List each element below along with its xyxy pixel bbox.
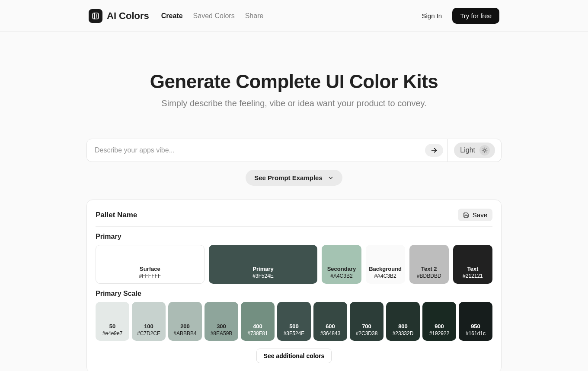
header-right: Sign In Try for free (422, 8, 500, 24)
swatch-name: Secondary (327, 266, 356, 272)
prompt-examples-wrap: See Prompt Examples (86, 170, 502, 186)
scale-swatch[interactable]: 900#192922 (422, 302, 456, 341)
scale-hex: #192922 (429, 330, 450, 336)
scale-hex: #3F524E (284, 330, 305, 336)
theme-toggle[interactable]: Light (454, 143, 495, 158)
scale-number: 200 (180, 323, 190, 330)
prompt-examples-label: See Prompt Examples (254, 174, 323, 181)
save-icon (463, 212, 469, 218)
save-button[interactable]: Save (458, 209, 492, 221)
main-nav: Create Saved Colors Share (161, 12, 264, 20)
page-subtitle: Simply describe the feeling, vibe or ide… (86, 98, 502, 108)
additional-colors-wrap: See additional colors (96, 349, 492, 363)
brand-logo[interactable]: AI Colors (89, 9, 149, 23)
scale-swatch[interactable]: 800#23332D (386, 302, 420, 341)
scale-swatch[interactable]: 400#738F81 (241, 302, 275, 341)
swatch-name: Background (369, 266, 402, 272)
submit-prompt-button[interactable] (425, 144, 443, 157)
scale-number: 50 (109, 323, 115, 330)
role-swatch[interactable]: Secondary#A4C3B2 (322, 245, 361, 284)
role-swatch[interactable]: Text#212121 (453, 245, 492, 284)
scale-hex: #2C3D38 (356, 330, 378, 336)
prompt-row: Light (86, 139, 502, 162)
scale-swatch[interactable]: 600#364843 (313, 302, 347, 341)
scale-swatch[interactable]: 500#3F524E (277, 302, 311, 341)
header-left: AI Colors Create Saved Colors Share (89, 9, 263, 23)
svg-line-9 (483, 152, 483, 152)
nav-saved-colors[interactable]: Saved Colors (193, 12, 235, 20)
scale-hex: #161d1c (466, 330, 486, 336)
swatch-name: Text (467, 266, 479, 272)
swatch-name: Text 2 (421, 266, 437, 272)
logo-mark-icon (89, 9, 102, 23)
svg-line-10 (486, 149, 486, 149)
role-swatches-row: Surface#FFFFFFPrimary#3F524ESecondary#A4… (96, 245, 492, 284)
scale-swatch[interactable]: 50#e4e9e7 (96, 302, 129, 341)
scale-number: 400 (253, 323, 262, 330)
theme-box: Light (448, 139, 502, 162)
try-for-free-button[interactable]: Try for free (452, 8, 499, 24)
hero-section: Generate Complete UI Color Kits Simply d… (86, 32, 502, 130)
svg-line-5 (483, 149, 483, 149)
chevron-down-icon (328, 175, 334, 181)
scale-hex: #ABBBB4 (173, 330, 196, 336)
see-additional-colors-button[interactable]: See additional colors (256, 349, 332, 363)
scale-number: 900 (435, 323, 444, 330)
primary-section-label: Primary (96, 233, 492, 241)
scale-hex: #e4e9e7 (102, 330, 123, 336)
swatch-name: Surface (140, 266, 160, 272)
scale-swatch[interactable]: 300#8EA59B (205, 302, 238, 341)
scale-number: 950 (471, 323, 480, 330)
scale-swatch[interactable]: 950#161d1c (459, 302, 492, 341)
page-title: Generate Complete UI Color Kits (86, 71, 502, 92)
svg-point-2 (484, 149, 486, 152)
save-label: Save (473, 211, 487, 219)
swatch-hex: #A4C3B2 (330, 273, 352, 279)
swatch-hex: #3F524E (252, 273, 274, 279)
app-header: AI Colors Create Saved Colors Share Sign… (0, 0, 588, 32)
prompt-box (86, 139, 448, 162)
scale-number: 500 (289, 323, 299, 330)
swatch-hex: #FFFFFF (139, 273, 161, 279)
swatch-hex: #BDBDBD (417, 273, 441, 279)
sun-icon (479, 145, 490, 155)
primary-scale-label: Primary Scale (96, 290, 492, 298)
arrow-right-icon (431, 147, 438, 154)
svg-line-6 (486, 152, 486, 152)
palette-card: Pallet Name Save Primary Surface#FFFFFFP… (86, 200, 502, 371)
role-swatch[interactable]: Surface#FFFFFF (96, 245, 205, 284)
swatch-hex: #A4C3B2 (374, 273, 396, 279)
palette-name[interactable]: Pallet Name (96, 211, 137, 219)
scale-number: 300 (217, 323, 226, 330)
scale-number: 700 (362, 323, 371, 330)
scale-hex: #8EA59B (211, 330, 233, 336)
role-swatch[interactable]: Primary#3F524E (209, 245, 318, 284)
swatch-hex: #212121 (463, 273, 483, 279)
theme-label: Light (460, 146, 475, 154)
scale-swatch[interactable]: 700#2C3D38 (350, 302, 383, 341)
scale-swatches-row: 50#e4e9e7100#C7D2CE200#ABBBB4300#8EA59B4… (96, 302, 492, 341)
scale-hex: #23332D (393, 330, 414, 336)
swatch-name: Primary (252, 266, 273, 272)
role-swatch[interactable]: Text 2#BDBDBD (409, 245, 449, 284)
scale-hex: #C7D2CE (137, 330, 160, 336)
svg-rect-0 (93, 13, 99, 19)
nav-share[interactable]: Share (245, 12, 264, 20)
role-swatch[interactable]: Background#A4C3B2 (366, 245, 405, 284)
palette-card-head: Pallet Name Save (96, 209, 492, 227)
nav-create[interactable]: Create (161, 12, 183, 20)
scale-swatch[interactable]: 100#C7D2CE (132, 302, 166, 341)
prompt-input[interactable] (95, 146, 425, 154)
sign-in-link[interactable]: Sign In (422, 12, 442, 19)
scale-number: 600 (326, 323, 335, 330)
scale-number: 100 (144, 323, 153, 330)
prompt-examples-button[interactable]: See Prompt Examples (246, 170, 342, 186)
scale-hex: #364843 (320, 330, 341, 336)
scale-number: 800 (398, 323, 408, 330)
brand-name: AI Colors (107, 10, 149, 22)
scale-hex: #738F81 (247, 330, 268, 336)
scale-swatch[interactable]: 200#ABBBB4 (168, 302, 202, 341)
